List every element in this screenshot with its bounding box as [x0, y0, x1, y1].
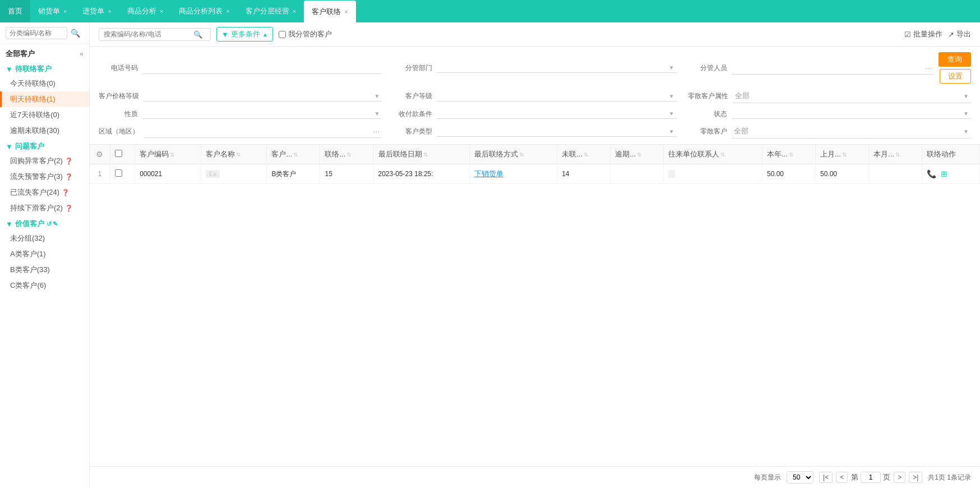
filter-retail-attr: 零散客户属性 全部 ▼: [688, 89, 971, 103]
sidebar-item-7day-contact[interactable]: 近7天待联络(0): [0, 107, 89, 123]
export-button[interactable]: ↗ 导出: [948, 29, 971, 39]
filter-person-dots[interactable]: ···: [925, 63, 932, 72]
grid-action-icon[interactable]: ⊞: [941, 169, 947, 178]
page-navigation: |< < 第 页 > >|: [819, 472, 922, 483]
group-problem-customers[interactable]: ▼ 问题客户: [0, 139, 89, 153]
sidebar-item-b-class[interactable]: B类客户(33): [0, 262, 89, 278]
th-this-month[interactable]: 本月... ⇅: [869, 145, 922, 164]
th-last-month[interactable]: 上月... ⇅: [816, 145, 869, 164]
th-gear[interactable]: ⚙: [90, 145, 110, 164]
sidebar-item-churn-warning[interactable]: 流失预警客户(3) ❓: [0, 169, 89, 185]
filter-payment-select[interactable]: ▼: [437, 109, 676, 119]
group-value-customers[interactable]: ▼ 价值客户 ↺ ✎: [0, 216, 89, 231]
nav-sales-order[interactable]: 销货单 ×: [30, 0, 75, 22]
filter-dept-select[interactable]: ▼: [437, 63, 676, 73]
filter-nature-label: 性质: [99, 109, 138, 119]
first-page-button[interactable]: |<: [819, 472, 833, 483]
table-row: 1 000021 Ea B类客户 15 2023-05-23 18:25: 下销…: [90, 164, 980, 184]
collapse-icon[interactable]: «: [80, 50, 84, 58]
my-customers-checkbox-area: 我分管的客户: [279, 29, 332, 39]
filter-region-select[interactable]: ···: [144, 125, 382, 138]
filter-customer-level-select[interactable]: ▼: [437, 91, 676, 102]
next-page-button[interactable]: >: [894, 472, 905, 483]
row-name: Ea: [201, 164, 267, 184]
sidebar-item-abnormal-repurchase[interactable]: 回购异常客户(2) ❓: [0, 153, 89, 169]
search-input[interactable]: [104, 30, 193, 38]
close-customer-contact-icon[interactable]: ×: [344, 8, 348, 15]
edit-value-icon[interactable]: ✎: [53, 220, 58, 228]
th-code[interactable]: 客户编码 ⇅: [135, 145, 201, 164]
th-name[interactable]: 客户名称 ⇅: [201, 145, 267, 164]
filter-phone-input[interactable]: [142, 62, 382, 74]
search-button[interactable]: 🔍: [193, 30, 202, 39]
payment-arrow-icon: ▼: [669, 111, 674, 117]
close-product-analysis-icon[interactable]: ×: [160, 8, 163, 15]
sidebar-item-a-class[interactable]: A类客户(1): [0, 246, 89, 262]
settings-button[interactable]: 设置: [940, 69, 971, 84]
th-last-date[interactable]: 最后联络日期 ⇅: [373, 145, 469, 164]
row-last-method[interactable]: 下销货单: [469, 164, 557, 184]
sidebar-item-today-contact[interactable]: 今天待联络(0): [0, 76, 89, 91]
last-page-button[interactable]: >|: [909, 472, 922, 483]
last-method-link[interactable]: 下销货单: [474, 169, 503, 178]
top-navigation: 首页 销货单 × 进货单 × 商品分析 × 商品分析列表 × 客户分层经营 × …: [0, 0, 980, 22]
customer-type-arrow-icon: ▼: [669, 128, 674, 135]
nav-customer-segmentation[interactable]: 客户分层经营 ×: [238, 0, 304, 22]
filter-customer-type-select[interactable]: ▼: [437, 127, 676, 137]
th-contact-person[interactable]: 往来单位联系人 ⇅: [664, 145, 762, 164]
group-pending-contact[interactable]: ▼ 待联络客户: [0, 61, 89, 76]
sidebar-search-icon[interactable]: 🔍: [71, 29, 80, 38]
close-sales-order-icon[interactable]: ×: [63, 8, 67, 15]
filter-retail-attr-select[interactable]: 全部 ▼: [733, 89, 971, 103]
sidebar: 🔍 全部客户 « ▼ 待联络客户 今天待联络(0) 明天待联络(1) 近7天待联…: [0, 22, 90, 488]
th-action: 联络动作: [922, 145, 980, 164]
sidebar-item-c-class[interactable]: C类客户(6): [0, 278, 89, 293]
filter-person-select[interactable]: ···: [732, 62, 934, 75]
sidebar-search-input[interactable]: [6, 27, 67, 39]
sidebar-item-ungrouped[interactable]: 未分组(32): [0, 231, 89, 246]
nav-product-analysis-list[interactable]: 商品分析列表 ×: [171, 0, 237, 22]
table-gear-icon[interactable]: ⚙: [96, 150, 103, 159]
row-this-year: 50.00: [762, 164, 815, 184]
page-number-input[interactable]: [861, 472, 881, 483]
sidebar-item-tomorrow-contact[interactable]: 明天待联络(1): [0, 91, 89, 107]
nav-home[interactable]: 首页: [0, 0, 30, 22]
sidebar-item-overdue-contact[interactable]: 逾期未联络(30): [0, 123, 89, 139]
sidebar-item-declining[interactable]: 持续下滑客户(2) ❓: [0, 200, 89, 216]
query-button[interactable]: 查询: [939, 52, 971, 67]
close-customer-segmentation-icon[interactable]: ×: [293, 8, 296, 15]
filter-region-dots[interactable]: ···: [373, 127, 380, 136]
filter-price-level-select[interactable]: ▼: [144, 91, 382, 102]
filter-status-select[interactable]: ▼: [732, 109, 971, 119]
my-customers-checkbox[interactable]: [279, 31, 286, 38]
filter-retail-customer-select[interactable]: 全部 ▼: [732, 125, 971, 139]
th-overdue[interactable]: 逾期... ⇅: [611, 145, 664, 164]
close-product-analysis-list-icon[interactable]: ×: [226, 8, 229, 15]
sidebar-item-churned[interactable]: 已流失客户(24) ❓: [0, 185, 89, 200]
batch-operation-button[interactable]: ☑ 批量操作: [904, 29, 942, 39]
filter-nature-select[interactable]: ▼: [142, 109, 382, 119]
filter-customer-type-label: 客户类型: [393, 127, 432, 136]
phone-action-icon[interactable]: 📞: [927, 169, 936, 178]
sort-last-month-icon: ⇅: [842, 151, 847, 158]
row-last-month: 50.00: [816, 164, 869, 184]
sort-uncontacted-icon: ⇅: [584, 151, 588, 158]
th-last-method[interactable]: 最后联络方式 ⇅: [469, 145, 557, 164]
th-type[interactable]: 客户... ⇅: [267, 145, 320, 164]
more-filter-button[interactable]: ▼ 更多条件 ▲: [216, 27, 273, 42]
th-this-year[interactable]: 本年... ⇅: [762, 145, 815, 164]
page-size-select[interactable]: 50: [787, 471, 813, 484]
th-checkbox[interactable]: [110, 145, 135, 164]
close-purchase-order-icon[interactable]: ×: [108, 8, 111, 15]
prev-page-button[interactable]: <: [836, 472, 848, 483]
row-checkbox[interactable]: [115, 169, 122, 177]
nav-purchase-order[interactable]: 进货单 ×: [75, 0, 119, 22]
th-contact-count[interactable]: 联络... ⇅: [320, 145, 373, 164]
refresh-value-icon[interactable]: ↺: [47, 220, 52, 228]
select-all-checkbox[interactable]: [115, 150, 122, 157]
contact-person-blurred: [668, 170, 675, 178]
th-uncontacted[interactable]: 未联... ⇅: [557, 145, 611, 164]
nav-customer-contact[interactable]: 客户联络 ×: [304, 1, 355, 23]
all-customers-title[interactable]: 全部客户 «: [0, 44, 89, 61]
nav-product-analysis[interactable]: 商品分析 ×: [119, 0, 171, 22]
